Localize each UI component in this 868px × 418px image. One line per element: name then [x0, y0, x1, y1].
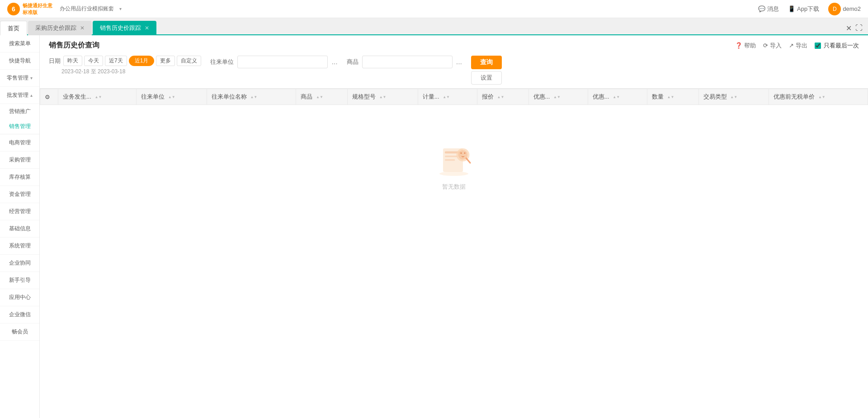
app-dropdown-arrow[interactable]: ▾	[119, 6, 122, 11]
sidebar-item-finance[interactable]: 资金管理	[0, 186, 39, 203]
th-partner-code[interactable]: 往来单位 ▲▼	[137, 89, 207, 105]
message-btn[interactable]: 💬 消息	[758, 5, 779, 13]
th-partner-name[interactable]: 往来单位名称 ▲▼	[207, 89, 296, 105]
logo-icon: 6	[7, 3, 20, 15]
th-discount2-sort: ▲▼	[613, 95, 620, 99]
tab-bar: 首页 采购历史价跟踪 ✕ 销售历史价跟踪 ✕ ✕ ⛶	[0, 18, 868, 35]
settings-icon[interactable]: ⚙	[45, 94, 50, 100]
sidebar-item-guide[interactable]: 新手引导	[0, 272, 39, 289]
svg-point-8	[460, 152, 462, 154]
filter-partner: 往来单位 ...	[210, 56, 337, 68]
logo-area[interactable]: 6 畅捷通好生意 标准版	[7, 2, 52, 15]
goods-dots[interactable]: ...	[456, 58, 462, 66]
filter-left: 日期 昨天 今天 近7天 近1月 更多 自定义 2023-02-18 至 202…	[49, 56, 201, 76]
date-btn-custom[interactable]: 自定义	[177, 56, 201, 66]
sidebar-item-inventory[interactable]: 库存核算	[0, 169, 39, 186]
member-label: 畅会员	[12, 328, 28, 336]
th-pretax-price[interactable]: 优惠前无税单价 ▲▼	[769, 89, 868, 105]
date-btn-yesterday[interactable]: 昨天	[63, 56, 82, 66]
wholesale-mgmt-label: 批发管理	[7, 91, 28, 99]
svg-line-7	[466, 158, 470, 163]
user-profile[interactable]: D demo2	[828, 3, 861, 15]
help-label: 帮助	[744, 42, 756, 50]
svg-rect-4	[445, 159, 455, 161]
sidebar-item-quick-nav[interactable]: 快捷导航	[0, 52, 39, 70]
sidebar-item-operations[interactable]: 经营管理	[0, 203, 39, 220]
finance-label: 资金管理	[9, 190, 31, 198]
app-title: 办公用品行业模拟账套	[60, 5, 114, 13]
goods-input[interactable]	[362, 56, 453, 68]
tab-maximize[interactable]: ⛶	[855, 24, 863, 33]
sidebar-item-enterprise[interactable]: 企业协同	[0, 255, 39, 272]
app-download-btn[interactable]: 📱 App下载	[788, 5, 819, 13]
data-table: ⚙ 业务发生... ▲▼ 往来单位 ▲▼ 往来单位名称 ▲▼	[40, 89, 868, 227]
filter-goods: 商品 ...	[347, 56, 462, 68]
sidebar-sub-sales-mgmt[interactable]: 销售管理	[0, 119, 39, 134]
th-discount1[interactable]: 优惠... ▲▼	[528, 89, 588, 105]
th-quantity-sort: ▲▼	[667, 95, 675, 99]
th-spec[interactable]: 规格型号 ▲▼	[348, 89, 418, 105]
export-btn[interactable]: ↗ 导出	[789, 42, 807, 50]
search-menu-label: 搜索菜单	[9, 40, 31, 48]
sidebar-sub-marketing[interactable]: 营销推广	[0, 104, 39, 119]
date-btn-7days[interactable]: 近7天	[105, 56, 127, 66]
last-only-label[interactable]: 只看最后一次	[824, 42, 859, 50]
filter-date-row: 日期 昨天 今天 近7天 近1月 更多 自定义	[49, 56, 201, 66]
help-btn[interactable]: ❓ 帮助	[735, 42, 756, 50]
sidebar-item-member[interactable]: 畅会员	[0, 323, 39, 341]
svg-point-0	[439, 171, 468, 176]
date-btn-1month[interactable]: 近1月	[129, 56, 155, 66]
app-center-label: 应用中心	[9, 294, 31, 301]
th-partner-name-sort: ▲▼	[250, 95, 257, 99]
last-only-checkbox[interactable]	[815, 43, 821, 49]
partner-dots[interactable]: ...	[331, 58, 337, 66]
tab-purchase-close[interactable]: ✕	[80, 25, 85, 31]
sidebar-item-app-center[interactable]: 应用中心	[0, 289, 39, 306]
sidebar-item-ecommerce[interactable]: 电商管理	[0, 134, 39, 152]
sidebar-item-retail-mgmt[interactable]: 零售管理 ▾	[0, 70, 39, 87]
sidebar-item-wholesale-mgmt[interactable]: 批发管理 ▴	[0, 87, 39, 104]
th-unit[interactable]: 计量... ▲▼	[418, 89, 477, 105]
app-download-label: App下载	[797, 5, 819, 13]
page-title-row: 销售历史价查询 ❓ 帮助 ⟳ 导入 ↗ 导出	[49, 41, 859, 50]
tab-sales-close[interactable]: ✕	[145, 25, 149, 31]
last-only-action: 只看最后一次	[815, 42, 859, 50]
page-actions: ❓ 帮助 ⟳ 导入 ↗ 导出 只看最后一次	[735, 42, 859, 50]
sidebar-item-wechat[interactable]: 企业微信	[0, 306, 39, 323]
empty-state: 暂无数据	[40, 105, 868, 227]
sidebar-item-purchase[interactable]: 采购管理	[0, 152, 39, 169]
sidebar-item-system[interactable]: 系统管理	[0, 238, 39, 255]
th-discount2[interactable]: 优惠... ▲▼	[588, 89, 647, 105]
main-layout: 搜索菜单 快捷导航 零售管理 ▾ 批发管理 ▴ 营销推广 销售管理 电商管理 采…	[0, 35, 868, 418]
tab-sales-history[interactable]: 销售历史价跟踪 ✕	[93, 21, 156, 35]
th-goods-label: 商品	[301, 93, 312, 100]
tab-close-window[interactable]: ✕	[846, 24, 852, 33]
date-btn-more[interactable]: 更多	[156, 56, 175, 66]
settings-button[interactable]: 设置	[471, 71, 502, 85]
th-settings[interactable]: ⚙	[40, 89, 58, 105]
th-goods[interactable]: 商品 ▲▼	[296, 89, 348, 105]
table-header-row: ⚙ 业务发生... ▲▼ 往来单位 ▲▼ 往来单位名称 ▲▼	[40, 89, 868, 105]
th-biz-date[interactable]: 业务发生... ▲▼	[58, 89, 137, 105]
th-goods-sort: ▲▼	[316, 95, 323, 99]
partner-filter-label: 往来单位	[210, 58, 234, 66]
sidebar: 搜索菜单 快捷导航 零售管理 ▾ 批发管理 ▴ 营销推广 销售管理 电商管理 采…	[0, 35, 40, 418]
import-btn[interactable]: ⟳ 导入	[763, 42, 782, 50]
sidebar-item-search-menu[interactable]: 搜索菜单	[0, 35, 39, 52]
marketing-label: 营销推广	[9, 108, 31, 114]
th-unit-sort: ▲▼	[443, 95, 450, 99]
page-header: 销售历史价查询 ❓ 帮助 ⟳ 导入 ↗ 导出	[40, 35, 868, 89]
tab-home[interactable]: 首页	[0, 21, 27, 35]
th-trade-type[interactable]: 交易类型 ▲▼	[698, 89, 769, 105]
tab-home-label: 首页	[8, 24, 19, 33]
th-quote[interactable]: 报价 ▲▼	[477, 89, 528, 105]
query-button[interactable]: 查询	[471, 56, 502, 69]
partner-input[interactable]	[237, 56, 328, 68]
sidebar-item-basic-info[interactable]: 基础信息	[0, 220, 39, 238]
date-btn-today[interactable]: 今天	[84, 56, 103, 66]
th-biz-date-label: 业务发生...	[63, 93, 91, 100]
th-quantity[interactable]: 数量 ▲▼	[647, 89, 698, 105]
inventory-label: 库存核算	[9, 173, 31, 181]
th-spec-label: 规格型号	[352, 93, 376, 100]
tab-purchase-history[interactable]: 采购历史价跟踪 ✕	[28, 21, 92, 35]
